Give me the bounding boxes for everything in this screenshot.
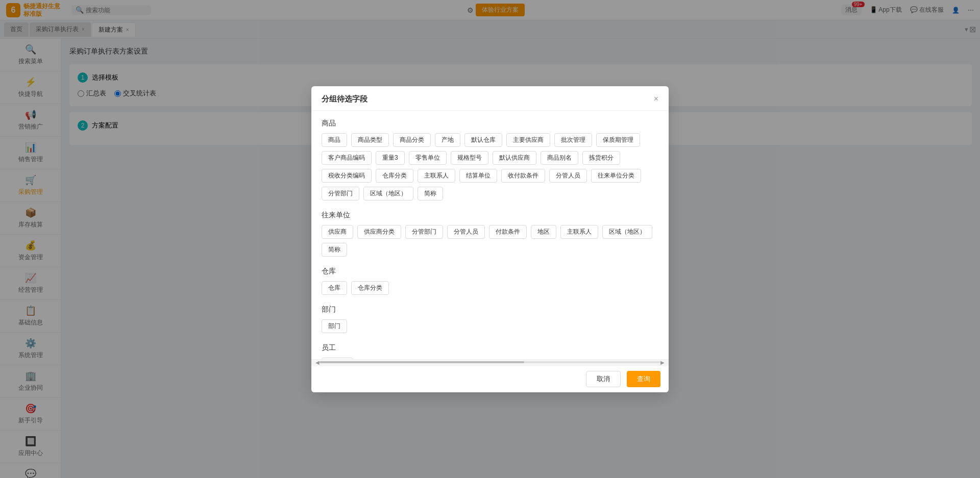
field-tag[interactable]: 区域（地区） <box>363 187 413 200</box>
field-tag[interactable]: 商品别名 <box>541 151 578 165</box>
modal-title: 分组待选字段 <box>322 94 368 104</box>
field-tag[interactable]: 分管人员 <box>549 169 587 183</box>
field-select-modal: 分组待选字段 × 商品 商品 商品类型 商品分类 产地 默认仓库 主要供应商 批… <box>311 86 669 392</box>
hscroll-right-arrow[interactable]: ▶ <box>660 360 665 365</box>
field-tag[interactable]: 简称 <box>418 187 443 200</box>
field-tag[interactable]: 零售单位 <box>409 151 447 165</box>
field-tag[interactable]: 主联系人 <box>560 225 598 239</box>
section-warehouse-title: 仓库 <box>322 267 658 276</box>
section-goods-title: 商品 <box>322 119 658 128</box>
field-tag[interactable]: 仓库 <box>322 281 347 295</box>
confirm-button[interactable]: 查询 <box>627 371 660 387</box>
field-tag[interactable]: 区域（地区） <box>602 225 652 239</box>
hscroll-thumb[interactable] <box>320 361 524 363</box>
field-tag[interactable]: 地区 <box>531 225 556 239</box>
section-department-tags: 部门 <box>322 319 658 333</box>
cancel-button[interactable]: 取消 <box>586 371 621 387</box>
field-tag[interactable]: 主要供应商 <box>506 133 550 147</box>
field-tag[interactable]: 结算单位 <box>459 169 497 183</box>
section-counterpart-title: 往来单位 <box>322 211 658 220</box>
section-warehouse: 仓库 仓库 仓库分类 <box>322 267 658 295</box>
field-tag[interactable]: 往来单位分类 <box>591 169 641 183</box>
field-tag[interactable]: 批次管理 <box>554 133 592 147</box>
field-tag[interactable]: 重量3 <box>376 151 405 165</box>
field-tag[interactable]: 简称 <box>322 243 347 257</box>
field-tag[interactable]: 产地 <box>435 133 460 147</box>
section-goods-tags: 商品 商品类型 商品分类 产地 默认仓库 主要供应商 批次管理 保质期管理 客户… <box>322 133 658 200</box>
field-tag[interactable]: 部门 <box>322 319 347 333</box>
modal-close-button[interactable]: × <box>654 94 658 104</box>
modal-header: 分组待选字段 × <box>311 86 669 111</box>
field-tag[interactable]: 付款条件 <box>489 225 527 239</box>
field-tag[interactable]: 默认供应商 <box>493 151 536 165</box>
hscroll-track <box>320 361 660 363</box>
field-tag[interactable]: 分管部门 <box>405 225 443 239</box>
section-employee: 员工 业务员 <box>322 343 658 359</box>
field-tag[interactable]: 默认仓库 <box>464 133 502 147</box>
section-employee-title: 员工 <box>322 343 658 353</box>
field-tag[interactable]: 仓库分类 <box>351 281 389 295</box>
field-tag[interactable]: 商品分类 <box>393 133 431 147</box>
field-tag[interactable]: 供应商分类 <box>357 225 401 239</box>
section-department: 部门 部门 <box>322 305 658 333</box>
field-tag[interactable]: 分管人员 <box>447 225 485 239</box>
section-department-title: 部门 <box>322 305 658 314</box>
field-tag[interactable]: 供应商 <box>322 225 353 239</box>
field-tag[interactable]: 收付款条件 <box>501 169 545 183</box>
modal-footer: 取消 查询 <box>311 365 669 392</box>
modal-body: 商品 商品 商品类型 商品分类 产地 默认仓库 主要供应商 批次管理 保质期管理… <box>311 111 669 359</box>
field-tag[interactable]: 拣货积分 <box>582 151 620 165</box>
section-warehouse-tags: 仓库 仓库分类 <box>322 281 658 295</box>
field-tag[interactable]: 商品 <box>322 133 347 147</box>
modal-horizontal-scrollbar[interactable]: ◀ ▶ <box>311 359 669 365</box>
hscroll-left-arrow[interactable]: ◀ <box>315 360 320 365</box>
section-counterpart: 往来单位 供应商 供应商分类 分管部门 分管人员 付款条件 地区 主联系人 区域… <box>322 211 658 257</box>
field-tag[interactable]: 保质期管理 <box>596 133 640 147</box>
field-tag[interactable]: 税收分类编码 <box>322 169 372 183</box>
field-tag[interactable]: 主联系人 <box>418 169 455 183</box>
field-tag[interactable]: 客户商品编码 <box>322 151 372 165</box>
field-tag[interactable]: 仓库分类 <box>376 169 413 183</box>
section-counterpart-tags: 供应商 供应商分类 分管部门 分管人员 付款条件 地区 主联系人 区域（地区） … <box>322 225 658 257</box>
field-tag[interactable]: 商品类型 <box>351 133 389 147</box>
field-tag[interactable]: 规格型号 <box>451 151 488 165</box>
modal-overlay[interactable]: 分组待选字段 × 商品 商品 商品类型 商品分类 产地 默认仓库 主要供应商 批… <box>0 0 980 478</box>
field-tag[interactable]: 分管部门 <box>322 187 359 200</box>
section-goods: 商品 商品 商品类型 商品分类 产地 默认仓库 主要供应商 批次管理 保质期管理… <box>322 119 658 200</box>
